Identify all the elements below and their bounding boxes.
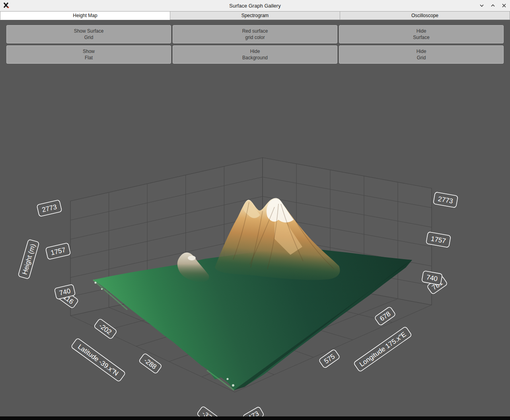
control-button-grid: Show Surface Grid Red surface grid color… — [6, 25, 504, 64]
chevron-up-icon — [490, 3, 496, 8]
tab-spectrogram[interactable]: Spectrogram — [170, 11, 340, 20]
height-axis-tick-label: 2773 — [433, 192, 458, 208]
button-label-line1: Red surface — [242, 28, 268, 34]
height-axis-tick-label: 2773 — [37, 200, 62, 217]
button-label-line1: Hide — [250, 48, 260, 55]
window-controls — [478, 0, 508, 11]
maximize-button[interactable] — [489, 2, 496, 9]
window-title: Surface Graph Gallery — [0, 3, 510, 9]
height-axis-tick-label: 1757 — [45, 243, 70, 260]
button-label-line2: Background — [242, 55, 268, 61]
titlebar: Surface Graph Gallery — [0, 0, 510, 12]
tab-height-map[interactable]: Height Map — [0, 11, 170, 20]
svg-text:Longitude 175.x"E: Longitude 175.x"E — [358, 330, 407, 368]
button-label-line1: Show Surface — [74, 28, 104, 34]
tab-bar: Height Map Spectrogram Oscilloscope — [0, 11, 510, 20]
button-label-line1: Show — [83, 48, 95, 55]
longitude-axis-title: Longitude 175.x"E — [353, 326, 412, 372]
latitude-axis-title: Latitude -39.x"N — [71, 338, 126, 382]
close-button[interactable] — [500, 2, 508, 9]
button-label-line2: Flat — [85, 55, 93, 61]
show-flat-button[interactable]: Show Flat — [6, 45, 171, 64]
hide-surface-button[interactable]: Hide Surface — [339, 25, 504, 43]
longitude-axis-tick-label: 678 — [374, 307, 396, 326]
chevron-down-icon — [479, 3, 485, 8]
height-axis-title: Height (m) — [18, 239, 39, 279]
latitude-axis-tick-label: -202 — [94, 318, 117, 340]
tab-oscilloscope[interactable]: Oscilloscope — [340, 11, 510, 20]
button-label-line2: grid color — [245, 34, 265, 41]
bottom-edge-bar — [0, 416, 510, 420]
red-surface-grid-color-button[interactable]: Red surface grid color — [173, 25, 337, 43]
hide-background-button[interactable]: Hide Background — [173, 45, 337, 64]
button-label-line1: Hide — [417, 28, 426, 34]
button-label-line2: Surface — [413, 34, 429, 41]
latitude-axis-tick-label: -288 — [139, 353, 162, 374]
close-icon — [501, 3, 507, 8]
show-surface-grid-button[interactable]: Show Surface Grid — [6, 25, 171, 43]
button-label-line1: Hide — [417, 48, 426, 55]
shade-button[interactable] — [478, 2, 485, 9]
hide-grid-button[interactable]: Hide Grid — [339, 45, 504, 64]
button-label-line2: Grid — [417, 55, 426, 61]
svg-text:Latitude -39.x"N: Latitude -39.x"N — [76, 343, 120, 377]
button-label-line2: Grid — [84, 34, 93, 41]
longitude-axis-tick-label: 575 — [319, 349, 340, 369]
surface-plot[interactable]: Height (m) 2773 1757 -116 — [0, 20, 510, 420]
plot-area: Height (m) 2773 1757 -116 — [0, 20, 510, 420]
